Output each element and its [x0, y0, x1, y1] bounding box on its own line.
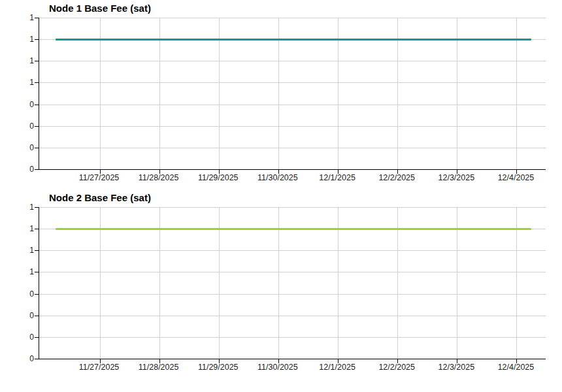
y-tick-label: 1	[5, 267, 34, 276]
x-tick-label: 11/27/2025	[70, 363, 129, 372]
y-tick-label: 1	[5, 13, 34, 22]
y-grid-line	[39, 250, 546, 251]
y-grid-line	[39, 337, 546, 338]
x-grid-line	[516, 18, 517, 169]
y-grid-line	[39, 294, 546, 295]
x-grid-line	[516, 207, 517, 359]
y-tick-mark	[35, 272, 39, 272]
chart-title-node1: Node 1 Base Fee (sat)	[49, 3, 151, 14]
x-grid-line	[278, 207, 279, 359]
y-tick-mark	[35, 18, 39, 18]
chart-title-node2: Node 2 Base Fee (sat)	[49, 192, 151, 203]
y-tick-mark	[35, 294, 39, 295]
chart-node2-base-fee: Node 2 Base Fee (sat) 1111000011/27/2025…	[0, 189, 562, 379]
y-tick-label: 0	[5, 289, 34, 299]
y-tick-mark	[35, 169, 39, 170]
y-grid-line	[39, 82, 546, 83]
y-tick-mark	[35, 82, 39, 83]
y-grid-line	[39, 61, 546, 61]
x-tick-label: 11/28/2025	[129, 363, 188, 372]
y-tick-label: 0	[5, 165, 34, 174]
y-tick-mark	[35, 337, 39, 338]
x-tick-label: 12/1/2025	[308, 363, 367, 372]
y-tick-mark	[35, 316, 39, 316]
x-grid-line	[338, 207, 339, 359]
y-tick-mark	[35, 359, 39, 359]
x-tick-label: 11/30/2025	[248, 173, 307, 182]
plot-area-node2	[39, 207, 546, 359]
y-tick-mark	[35, 105, 39, 105]
plot-area-node1	[39, 18, 546, 170]
chart-node1-base-fee: Node 1 Base Fee (sat) 1111000011/27/2025…	[0, 0, 562, 189]
x-tick-label: 11/29/2025	[189, 363, 248, 372]
x-grid-line	[338, 18, 339, 169]
x-grid-line	[100, 207, 101, 359]
x-grid-line	[397, 207, 398, 359]
y-tick-label: 0	[5, 354, 34, 363]
y-grid-line	[39, 316, 546, 316]
x-tick-label: 12/2/2025	[367, 363, 426, 372]
y-tick-label: 1	[5, 203, 34, 212]
y-grid-line	[39, 126, 546, 127]
y-tick-label: 1	[5, 35, 34, 44]
y-tick-mark	[35, 229, 39, 229]
y-tick-label: 1	[5, 246, 34, 255]
y-tick-label: 0	[5, 122, 34, 131]
x-grid-line	[397, 18, 398, 169]
x-tick-label: 11/28/2025	[129, 173, 188, 182]
x-tick-label: 12/1/2025	[308, 173, 367, 182]
x-grid-line	[159, 18, 160, 169]
y-tick-mark	[35, 207, 39, 208]
y-tick-mark	[35, 61, 39, 61]
y-grid-line	[39, 207, 546, 208]
y-tick-label: 1	[5, 78, 34, 87]
y-tick-mark	[35, 39, 39, 40]
series-line-node-2-base-fee	[56, 228, 531, 230]
x-grid-line	[219, 207, 220, 359]
y-tick-mark	[35, 148, 39, 148]
dual-fee-chart-page: Node 1 Base Fee (sat) 1111000011/27/2025…	[0, 0, 562, 392]
y-tick-label: 1	[5, 224, 34, 233]
y-tick-mark	[35, 126, 39, 127]
x-tick-label: 12/3/2025	[427, 173, 486, 182]
x-tick-label: 12/4/2025	[486, 363, 545, 372]
x-tick-label: 12/3/2025	[427, 363, 486, 372]
y-grid-line	[39, 18, 546, 18]
series-line-node-1-base-fee	[56, 39, 531, 41]
x-grid-line	[219, 18, 220, 169]
y-tick-mark	[35, 250, 39, 251]
x-tick-label: 11/27/2025	[70, 173, 129, 182]
y-tick-label: 0	[5, 143, 34, 152]
y-grid-line	[39, 272, 546, 272]
x-grid-line	[100, 18, 101, 169]
x-tick-label: 11/29/2025	[189, 173, 248, 182]
y-grid-line	[39, 105, 546, 105]
y-grid-line	[39, 148, 546, 148]
x-grid-line	[457, 18, 457, 169]
x-grid-line	[159, 207, 160, 359]
x-grid-line	[457, 207, 457, 359]
y-tick-label: 0	[5, 333, 34, 342]
x-tick-label: 11/30/2025	[248, 363, 307, 372]
x-tick-label: 12/2/2025	[367, 173, 426, 182]
y-tick-label: 0	[5, 100, 34, 109]
y-tick-label: 1	[5, 56, 34, 65]
x-tick-label: 12/4/2025	[486, 173, 545, 182]
y-tick-label: 0	[5, 311, 34, 320]
x-grid-line	[278, 18, 279, 169]
